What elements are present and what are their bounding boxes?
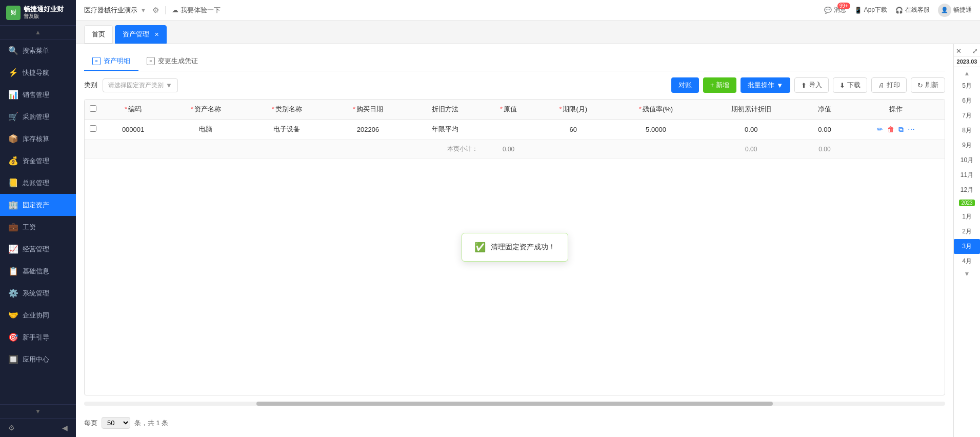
settings-icon[interactable]: ⚙ xyxy=(8,424,15,432)
sidebar-item-guide[interactable]: 🎯 新手引导 xyxy=(0,326,76,348)
sidebar-item-enterprise[interactable]: 🤝 企业协同 xyxy=(0,304,76,326)
table-row: 000001 电脑 电子设备 202206 年限平均 60 5.0000 0.0… xyxy=(85,120,945,140)
sidebar-item-finance[interactable]: 💰 资金管理 xyxy=(0,150,76,172)
sub-tab-change-voucher[interactable]: ≡ 变更生成凭证 xyxy=(138,52,206,71)
download-button[interactable]: ⬇ 下载 xyxy=(833,77,867,93)
col-category: *类别名称 xyxy=(246,100,327,120)
sidebar-item-inventory[interactable]: 📦 库存核算 xyxy=(0,128,76,150)
topbar-gear-icon[interactable]: ⚙ xyxy=(152,6,159,15)
sidebar-item-search[interactable]: 🔍 搜索菜单 xyxy=(0,39,76,62)
headset-icon: 🎧 xyxy=(895,7,903,14)
calendar-close-icon[interactable]: ✕ xyxy=(956,47,962,55)
print-label: 打印 xyxy=(887,81,900,90)
add-button[interactable]: + 新增 xyxy=(703,77,736,93)
sidebar-item-operations[interactable]: 📈 经营管理 xyxy=(0,238,76,260)
sidebar-item-label: 搜索菜单 xyxy=(23,46,49,55)
tab-close-icon[interactable]: ✕ xyxy=(154,31,159,37)
tab-home[interactable]: 首页 xyxy=(84,25,113,44)
calendar-expand-icon[interactable]: ⤢ xyxy=(972,47,978,55)
calendar-month-4[interactable]: 4月 xyxy=(954,254,980,269)
sidebar-scroll-down[interactable]: ▼ xyxy=(33,406,43,417)
sidebar-item-app-center[interactable]: 🔲 应用中心 xyxy=(0,348,76,370)
calendar-month-1[interactable]: 1月 xyxy=(954,209,980,224)
sidebar-item-label: 企业协同 xyxy=(23,311,49,320)
inventory-icon: 📦 xyxy=(8,134,17,144)
operations-icon: 📈 xyxy=(8,244,17,254)
subtotal-row: 本页小计： 0.00 0.00 0.00 xyxy=(85,140,945,159)
calendar-month-2[interactable]: 2月 xyxy=(954,224,980,239)
message-icon: 💬 xyxy=(824,7,832,14)
basic-info-icon: 📋 xyxy=(8,266,17,276)
calendar-month-6[interactable]: 6月 xyxy=(954,93,980,108)
experience-button[interactable]: ☁ 我要体验一下 xyxy=(172,6,221,15)
enterprise-icon: 🤝 xyxy=(8,310,17,320)
sidebar-item-system[interactable]: ⚙️ 系统管理 xyxy=(0,282,76,304)
sidebar-item-purchase[interactable]: 🛒 采购管理 xyxy=(0,106,76,128)
select-all-checkbox[interactable] xyxy=(90,105,96,112)
online-service-button[interactable]: 🎧 在线客服 xyxy=(895,6,930,14)
calendar-month-11[interactable]: 11月 xyxy=(954,168,980,183)
col-original-value: *原值 xyxy=(482,100,535,120)
system-icon: ⚙️ xyxy=(8,288,17,298)
sub-tab-detail-label: 资产明细 xyxy=(104,56,130,66)
edit-icon[interactable]: ✏ xyxy=(877,125,883,133)
topbar-right: 💬 消息 99+ 📱 App下载 🎧 在线客服 👤 畅捷通 xyxy=(824,4,972,17)
messages-button[interactable]: 💬 消息 99+ xyxy=(824,6,846,14)
sub-tab-asset-detail[interactable]: ≡ 资产明细 xyxy=(84,52,138,71)
sidebar-item-fixed-assets[interactable]: 🏢 固定资产 xyxy=(0,194,76,216)
sidebar: 财 畅捷通好业财 普及版 ▲ 🔍 搜索菜单 ⚡ 快捷导航 📊 销售管理 🛒 采购… xyxy=(0,0,76,437)
copy-icon[interactable]: ⧉ xyxy=(898,125,904,134)
total-text: 条，共 1 条 xyxy=(134,419,168,428)
calendar-month-10[interactable]: 10月 xyxy=(954,153,980,168)
company-name: 医疗器械行业演示 xyxy=(84,6,137,15)
year-badge: 2023 xyxy=(959,200,974,206)
col-initial-accumulated: 期初累计折旧 xyxy=(701,100,802,120)
print-button[interactable]: 🖨 打印 xyxy=(871,77,907,93)
calendar-month-5[interactable]: 5月 xyxy=(954,78,980,93)
app-download-button[interactable]: 📱 App下载 xyxy=(854,6,887,14)
subtotal-original: 0.00 xyxy=(482,140,535,159)
toolbar: 类别 请选择固定资产类别 ▼ 对账 + 新增 批量操作 ▼ xyxy=(84,77,945,93)
import-icon: ⬆ xyxy=(801,82,807,89)
calendar-month-12[interactable]: 12月 xyxy=(954,183,980,197)
reconcile-button[interactable]: 对账 xyxy=(671,77,699,93)
tab-asset-label: 资产管理 xyxy=(123,30,149,38)
calendar-year-month: 2023.03 xyxy=(954,56,980,67)
col-net-value: 净值 xyxy=(802,100,848,120)
delete-icon[interactable]: 🗑 xyxy=(887,125,894,133)
import-button[interactable]: ⬆ 导入 xyxy=(794,77,829,93)
row-purchase-date: 202206 xyxy=(327,120,408,140)
row-checkbox[interactable] xyxy=(90,125,96,132)
company-selector[interactable]: 医疗器械行业演示 ▼ xyxy=(84,6,146,15)
tab-asset-management[interactable]: 资产管理 ✕ xyxy=(115,25,167,44)
calendar-up-arrow[interactable]: ▲ xyxy=(954,68,980,78)
horizontal-scrollbar[interactable] xyxy=(84,395,945,412)
sidebar-item-payroll[interactable]: 💼 工资 xyxy=(0,216,76,238)
sidebar-item-label: 销售管理 xyxy=(23,90,49,100)
collapse-icon[interactable]: ◀ xyxy=(62,424,68,432)
content-main: ≡ 资产明细 ≡ 变更生成凭证 类别 请选择固定资产类别 ▼ xyxy=(76,44,953,437)
calendar-month-9[interactable]: 9月 xyxy=(954,138,980,153)
sidebar-item-label: 采购管理 xyxy=(23,112,49,122)
calendar-month-3-current[interactable]: 3月 xyxy=(954,239,980,254)
download-label: 下载 xyxy=(847,81,861,90)
sidebar-scroll-up[interactable]: ▲ xyxy=(33,27,43,38)
filter-category-label: 类别 xyxy=(84,81,97,90)
category-dropdown[interactable]: 请选择固定资产类别 ▼ xyxy=(103,78,178,92)
sidebar-item-basic-info[interactable]: 📋 基础信息 xyxy=(0,260,76,282)
sidebar-item-ledger[interactable]: 📒 总账管理 xyxy=(0,172,76,194)
mobile-icon: 📱 xyxy=(854,7,862,14)
more-icon[interactable]: ⋯ xyxy=(908,125,915,133)
batch-button[interactable]: 批量操作 ▼ xyxy=(741,77,790,93)
refresh-button[interactable]: ↻ 刷新 xyxy=(911,77,945,93)
user-name: 畅捷通 xyxy=(953,6,972,14)
sidebar-item-quick-nav[interactable]: ⚡ 快捷导航 xyxy=(0,62,76,84)
sidebar-item-sales[interactable]: 📊 销售管理 xyxy=(0,84,76,106)
calendar-down-arrow[interactable]: ▼ xyxy=(954,269,980,279)
per-page-select[interactable]: 50 10 20 100 xyxy=(102,417,130,429)
calendar-month-8[interactable]: 8月 xyxy=(954,123,980,138)
print-icon: 🖨 xyxy=(878,82,885,89)
calendar-month-7[interactable]: 7月 xyxy=(954,108,980,123)
user-menu[interactable]: 👤 畅捷通 xyxy=(938,4,972,17)
year-badge-container: 2023 xyxy=(959,197,974,209)
